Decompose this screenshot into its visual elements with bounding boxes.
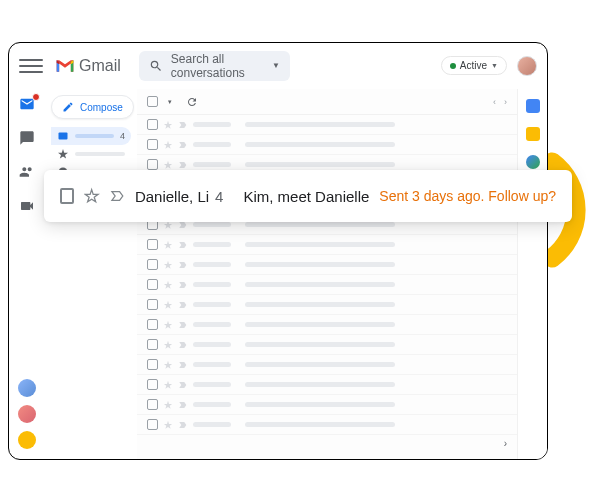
mail-row[interactable] bbox=[137, 295, 517, 315]
mail-row[interactable] bbox=[137, 355, 517, 375]
mail-row[interactable] bbox=[137, 275, 517, 295]
important-icon[interactable] bbox=[110, 187, 125, 205]
topbar: Gmail Search all conversations ▼ Active … bbox=[9, 43, 547, 89]
rail-contact-2[interactable] bbox=[18, 405, 36, 423]
star-icon[interactable] bbox=[163, 280, 173, 290]
row-checkbox[interactable] bbox=[147, 379, 158, 390]
rail-contact-3[interactable] bbox=[18, 431, 36, 449]
important-icon[interactable] bbox=[178, 240, 188, 250]
refresh-icon[interactable] bbox=[186, 96, 198, 108]
row-checkbox[interactable] bbox=[147, 359, 158, 370]
rail-meet-icon[interactable] bbox=[18, 197, 36, 215]
mail-row[interactable] bbox=[137, 375, 517, 395]
row-checkbox[interactable] bbox=[147, 339, 158, 350]
search-options-caret[interactable]: ▼ bbox=[272, 61, 280, 70]
highlighted-email-row[interactable]: Danielle, Li 4 Kim, meet Danielle Sent 3… bbox=[44, 170, 572, 222]
nudge-text[interactable]: Sent 3 days ago. Follow up? bbox=[379, 188, 556, 204]
star-icon[interactable] bbox=[163, 160, 173, 170]
search-placeholder: Search all conversations bbox=[171, 52, 264, 80]
mail-row[interactable] bbox=[137, 235, 517, 255]
sender-placeholder bbox=[193, 302, 231, 307]
sidebar-item-2[interactable] bbox=[51, 145, 131, 163]
rail-contact-1[interactable] bbox=[18, 379, 36, 397]
row-checkbox[interactable] bbox=[147, 259, 158, 270]
subject-placeholder bbox=[245, 242, 395, 247]
menu-icon[interactable] bbox=[19, 54, 43, 78]
star-icon[interactable] bbox=[163, 120, 173, 130]
status-label: Active bbox=[460, 60, 487, 71]
row-checkbox[interactable] bbox=[147, 419, 158, 430]
mail-row[interactable] bbox=[137, 135, 517, 155]
important-icon[interactable] bbox=[178, 120, 188, 130]
star-icon[interactable] bbox=[84, 187, 99, 205]
star-icon[interactable] bbox=[163, 420, 173, 430]
important-icon[interactable] bbox=[178, 320, 188, 330]
important-icon[interactable] bbox=[178, 360, 188, 370]
star-icon[interactable] bbox=[163, 380, 173, 390]
star-icon[interactable] bbox=[163, 360, 173, 370]
mail-row[interactable] bbox=[137, 115, 517, 135]
select-dropdown-caret[interactable]: ▾ bbox=[168, 98, 172, 106]
rail-spaces-icon[interactable] bbox=[18, 163, 36, 181]
star-icon[interactable] bbox=[163, 400, 173, 410]
row-checkbox[interactable] bbox=[147, 239, 158, 250]
pager-next[interactable]: › bbox=[504, 97, 507, 107]
sender-placeholder bbox=[193, 282, 231, 287]
calendar-icon[interactable] bbox=[526, 99, 540, 113]
subject-placeholder bbox=[245, 282, 395, 287]
row-checkbox[interactable] bbox=[147, 279, 158, 290]
star-icon bbox=[57, 148, 69, 160]
inbox-count: 4 bbox=[120, 131, 125, 141]
important-icon[interactable] bbox=[178, 160, 188, 170]
compose-button[interactable]: Compose bbox=[51, 95, 134, 119]
account-avatar[interactable] bbox=[517, 56, 537, 76]
important-icon[interactable] bbox=[178, 260, 188, 270]
rail-mail-icon[interactable] bbox=[18, 95, 36, 113]
keep-icon[interactable] bbox=[526, 127, 540, 141]
side-panel bbox=[517, 89, 547, 459]
tasks-icon[interactable] bbox=[526, 155, 540, 169]
sidepanel-collapse-icon[interactable]: › bbox=[504, 438, 507, 449]
row-checkbox[interactable] bbox=[147, 319, 158, 330]
pager: ‹ › bbox=[493, 97, 507, 107]
row-checkbox[interactable] bbox=[147, 119, 158, 130]
inbox-icon bbox=[57, 130, 69, 142]
gmail-logo[interactable]: Gmail bbox=[55, 57, 121, 75]
important-icon[interactable] bbox=[178, 380, 188, 390]
important-icon[interactable] bbox=[178, 280, 188, 290]
status-chip[interactable]: Active ▼ bbox=[441, 56, 507, 75]
mail-row[interactable] bbox=[137, 255, 517, 275]
important-icon[interactable] bbox=[178, 340, 188, 350]
body: Compose 4 ▾ ‹ bbox=[9, 89, 547, 459]
nav-placeholder bbox=[75, 152, 125, 156]
star-icon[interactable] bbox=[163, 320, 173, 330]
select-all-checkbox[interactable] bbox=[147, 96, 158, 107]
pager-prev[interactable]: ‹ bbox=[493, 97, 496, 107]
important-icon[interactable] bbox=[178, 400, 188, 410]
important-icon[interactable] bbox=[178, 300, 188, 310]
row-checkbox[interactable] bbox=[147, 399, 158, 410]
rail-chat-icon[interactable] bbox=[18, 129, 36, 147]
mail-row[interactable] bbox=[137, 335, 517, 355]
star-icon[interactable] bbox=[163, 300, 173, 310]
thread-count: 4 bbox=[215, 188, 223, 205]
row-checkbox[interactable] bbox=[60, 188, 74, 204]
subject-placeholder bbox=[245, 382, 395, 387]
important-icon[interactable] bbox=[178, 420, 188, 430]
mail-list: ▾ ‹ › › bbox=[137, 89, 517, 459]
star-icon[interactable] bbox=[163, 340, 173, 350]
row-checkbox[interactable] bbox=[147, 159, 158, 170]
star-icon[interactable] bbox=[163, 140, 173, 150]
important-icon[interactable] bbox=[178, 140, 188, 150]
mail-row[interactable] bbox=[137, 315, 517, 335]
star-icon[interactable] bbox=[163, 260, 173, 270]
row-checkbox[interactable] bbox=[147, 139, 158, 150]
sidebar-item-inbox[interactable]: 4 bbox=[51, 127, 131, 145]
subject-placeholder bbox=[245, 322, 395, 327]
mail-row[interactable] bbox=[137, 395, 517, 415]
star-icon[interactable] bbox=[163, 240, 173, 250]
sender-placeholder bbox=[193, 322, 231, 327]
row-checkbox[interactable] bbox=[147, 299, 158, 310]
search-input[interactable]: Search all conversations ▼ bbox=[139, 51, 290, 81]
mail-row[interactable] bbox=[137, 415, 517, 435]
